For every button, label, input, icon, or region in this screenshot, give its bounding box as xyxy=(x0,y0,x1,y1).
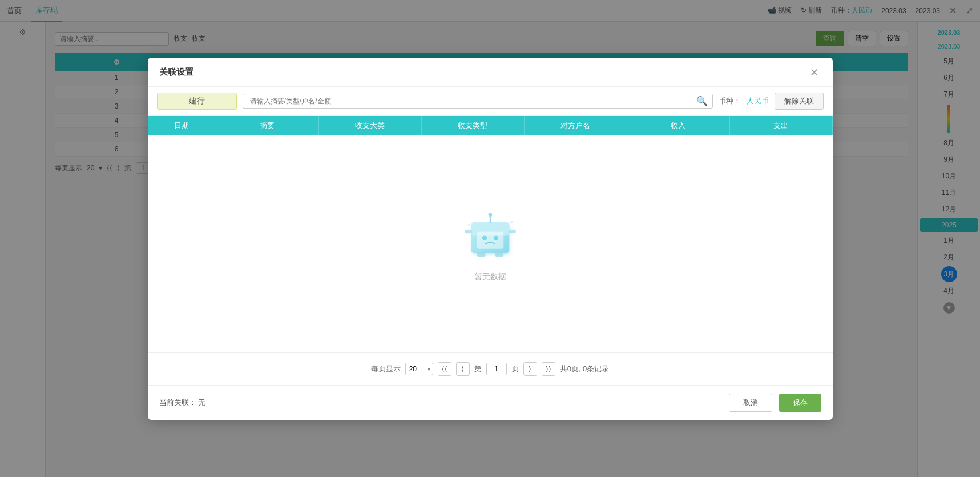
cancel-btn[interactable]: 取消 xyxy=(729,394,772,412)
th-date: 日期 xyxy=(148,116,216,135)
current-link-info: 当前关联： 无 xyxy=(159,398,206,408)
dialog-title: 关联设置 xyxy=(159,67,193,78)
svg-point-6 xyxy=(488,213,492,217)
empty-state: 暂无数据 xyxy=(462,206,519,282)
svg-rect-9 xyxy=(477,252,485,256)
dialog-table-header: 日期 摘要 收支大类 收支类型 对方户名 收入 支出 xyxy=(148,116,833,135)
dialog-search-input[interactable] xyxy=(248,94,696,108)
prev-page-btn[interactable]: ⟨ xyxy=(456,362,470,376)
last-page-btn[interactable]: ⟩⟩ xyxy=(542,362,555,376)
dialog-close-btn[interactable]: ✕ xyxy=(808,66,821,79)
current-link-value: 无 xyxy=(198,398,205,407)
current-link-label: 当前关联： xyxy=(159,398,196,407)
svg-point-4 xyxy=(493,235,498,240)
footer-buttons: 取消 保存 xyxy=(729,394,821,412)
page-total: 共0页, 0条记录 xyxy=(560,364,610,374)
association-settings-dialog: 关联设置 ✕ 建行 🔍 币种： 人民币 解除关联 日期 摘要 收支大类 收支类型… xyxy=(148,58,833,420)
svg-point-12 xyxy=(510,221,513,223)
page-number-input[interactable] xyxy=(486,363,507,375)
dialog-search-box: 🔍 xyxy=(243,94,713,109)
svg-point-13 xyxy=(469,243,471,244)
svg-point-11 xyxy=(467,223,469,225)
dialog-footer: 当前关联： 无 取消 保存 xyxy=(148,385,833,420)
page-unit: 页 xyxy=(511,364,519,374)
svg-rect-2 xyxy=(477,231,503,248)
dialog-toolbar: 建行 🔍 币种： 人民币 解除关联 xyxy=(148,87,833,116)
svg-rect-7 xyxy=(465,229,472,233)
save-btn[interactable]: 保存 xyxy=(779,394,821,412)
first-page-btn[interactable]: ⟨⟨ xyxy=(438,362,451,376)
empty-text: 暂无数据 xyxy=(474,272,506,282)
next-page-btn[interactable]: ⟩ xyxy=(523,362,537,376)
page-label: 第 xyxy=(474,364,482,374)
th-income-cat: 收支大类 xyxy=(319,116,422,135)
unlink-btn[interactable]: 解除关联 xyxy=(775,93,824,110)
currency-value: 人民币 xyxy=(747,96,769,106)
dialog-body: 暂无数据 xyxy=(148,135,833,352)
th-expense: 支出 xyxy=(730,116,833,135)
svg-rect-10 xyxy=(495,252,503,256)
th-counterparty: 对方户名 xyxy=(525,116,627,135)
dialog-pagination: 每页显示 20 50 100 ▾ ⟨⟨ ⟨ 第 页 ⟩ ⟩⟩ 共0页, 0条记录 xyxy=(148,352,833,385)
dialog-header: 关联设置 ✕ xyxy=(148,58,833,87)
bank-tag: 建行 xyxy=(157,93,237,110)
currency-label: 币种： xyxy=(719,96,741,106)
th-income-type: 收支类型 xyxy=(422,116,525,135)
per-page-label: 每页显示 xyxy=(371,364,401,374)
th-income: 收入 xyxy=(627,116,730,135)
per-page-selector[interactable]: 20 50 100 ▾ xyxy=(405,363,433,375)
per-page-select[interactable]: 20 50 100 xyxy=(405,363,433,375)
svg-rect-8 xyxy=(508,229,515,233)
svg-point-3 xyxy=(482,235,486,240)
search-icon[interactable]: 🔍 xyxy=(696,95,708,106)
empty-illustration xyxy=(462,206,519,263)
th-summary: 摘要 xyxy=(216,116,319,135)
